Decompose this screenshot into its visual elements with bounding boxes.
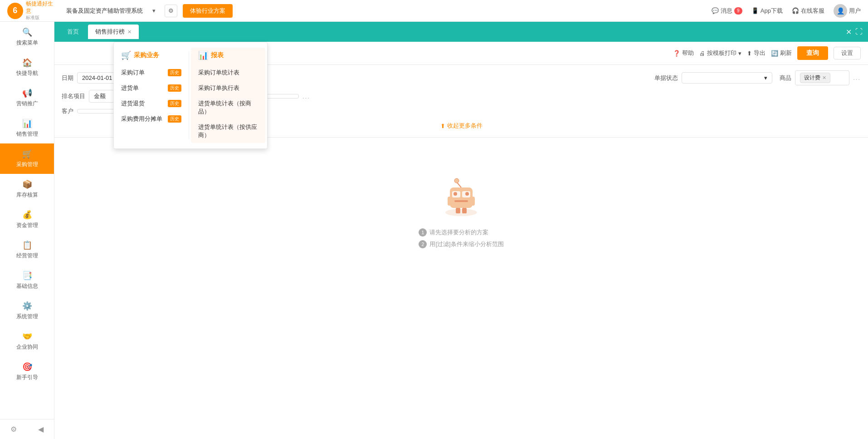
dropdown-col-right-title: 📊 报表 [195,48,262,65]
goods-tag: 设计费 ✕ [800,73,830,83]
status-label: 单据状态 [654,74,678,82]
system-title: 装备及固定资产辅助管理系统 [66,7,143,15]
menu-item-return[interactable]: 进货退货 历史 [117,96,185,111]
sidebar-item-guide[interactable]: 🎯 新手引导 [0,356,54,387]
sidebar-item-enterprise[interactable]: 🤝 企业协同 [0,326,54,356]
purchase-icon: 🛒 [22,149,32,159]
sidebar-item-marketing[interactable]: 📢 营销推广 [0,83,54,113]
sidebar-item-sales[interactable]: 📊 销售管理 [0,113,54,143]
collapse-btn[interactable]: ⬆ 收起更多条件 [440,122,483,130]
sidebar-item-purchase[interactable]: 🛒 采购管理 [0,143,54,174]
rank-label: 排名项目 [62,92,85,100]
sidebar-item-basic[interactable]: 📑 基础信息 [0,265,54,296]
tab-expand-btn[interactable]: ⛶ [855,28,863,36]
filter-status: 单据状态 ▾ [654,72,772,84]
help-icon: ❓ [673,50,680,57]
status-input[interactable]: ▾ [682,72,772,84]
svg-point-12 [454,178,459,183]
logo-icon: 6 [7,3,23,19]
date-label: 日期 [62,74,73,82]
sidebar-item-search[interactable]: 🔍 搜索菜单 [0,22,54,52]
history-tag-0: 历史 [168,69,181,76]
print-btn[interactable]: 🖨 按模板打印 ▾ [699,49,741,57]
user-btn[interactable]: 👤 用户 [834,4,861,18]
logo-sub: 标准版 [26,15,57,21]
tab-bar-actions: ✕ ⛶ [846,28,863,36]
operations-icon: 📋 [22,240,32,250]
home-icon: 🏠 [22,58,32,68]
sidebar-item-system[interactable]: ⚙️ 系统管理 [0,296,54,326]
sales-icon: 📊 [22,118,32,128]
inventory-icon: 📦 [22,179,32,189]
tip-num-1: 1 [419,228,427,237]
history-tag-2: 历史 [168,100,181,107]
sidebar-collapse-btn[interactable]: ◀ [38,425,44,434]
print-icon: 🖨 [699,50,705,57]
dropdown-divider [189,51,189,139]
sidebar-item-quick-nav[interactable]: 🏠 快捷导航 [0,52,54,83]
empty-svg [439,174,484,219]
system-dropdown-btn[interactable]: ▾ [148,5,159,16]
header-center: 装备及固定资产辅助管理系统 ▾ ⚙ 体验行业方案 [57,4,712,18]
search-icon: 🔍 [22,27,32,37]
dropdown-col-left-title: 🛒 采购业务 [117,48,185,65]
goods-label: 商品 [780,74,791,82]
empty-state: 1 请先选择要分析的方案 2 用[过滤]条件来缩小分析范围 [54,138,868,286]
marketing-icon: 📢 [22,88,32,98]
svg-rect-8 [462,208,467,213]
sidebar: 🔍 搜索菜单 🏠 快捷导航 📢 营销推广 📊 销售管理 🛒 采购管理 📦 [0,22,54,439]
filter-goods: 商品 设计费 ✕ ... [780,70,861,85]
guide-icon: 🎯 [22,362,32,372]
refresh-btn[interactable]: 🔄 刷新 [771,49,792,57]
app-download-btn[interactable]: 📱 App下载 [751,7,783,15]
menu-item-purchase-order[interactable]: 采购订单 历史 [117,65,185,80]
sidebar-item-inventory[interactable]: 📦 库存核算 [0,174,54,204]
tip-num-2: 2 [419,240,427,248]
export-icon: ⬆ [747,50,752,57]
menu-item-report-2[interactable]: 采购订单执行表 [195,80,262,96]
query-btn[interactable]: 查询 [797,46,828,60]
menu-item-report-4[interactable]: 进货单统计表（按供应商） [195,119,262,143]
tab-close-btn[interactable]: ✕ [846,28,852,36]
goods-dots[interactable]: ... [853,74,861,81]
avatar: 👤 [834,4,847,18]
empty-image [439,174,484,219]
basic-icon: 📑 [22,271,32,281]
dropdown-cols: 🛒 采购业务 采购订单 历史 进货单 历史 进货退货 [114,48,267,143]
export-btn[interactable]: ⬆ 导出 [747,49,766,57]
tab-sales-rank[interactable]: 销售排行榜 ✕ [88,25,139,39]
goods-input[interactable]: 设计费 ✕ [795,70,849,85]
help-btn[interactable]: ❓ 帮助 [673,49,694,57]
print-dropdown-icon: ▾ [738,50,741,57]
sidebar-item-operations[interactable]: 📋 经营管理 [0,235,54,265]
online-service-btn[interactable]: 🎧 在线客服 [792,7,824,15]
sidebar-settings-btn[interactable]: ⚙ [10,425,17,434]
message-btn[interactable]: 💬 消息 9 [712,7,742,15]
status-dropdown-icon: ▾ [764,74,767,81]
app-wrapper: 6 畅捷通好生意 标准版 装备及固定资产辅助管理系统 ▾ ⚙ 体验行业方案 💬 … [0,0,868,439]
menu-item-report-1[interactable]: 采购订单统计表 [195,65,262,80]
svg-rect-4 [454,200,468,202]
empty-tips: 1 请先选择要分析的方案 2 用[过滤]条件来缩小分析范围 [419,227,503,250]
tab-home[interactable]: 首页 [60,25,86,39]
enterprise-icon: 🤝 [22,331,32,341]
svg-rect-1 [450,187,473,208]
tab-close-icon[interactable]: ✕ [127,29,132,35]
set-btn[interactable]: 设置 [834,47,861,59]
svg-rect-6 [471,197,475,206]
menu-item-incoming[interactable]: 进货单 历史 [117,80,185,96]
menu-item-expense[interactable]: 采购费用分摊单 历史 [117,111,185,127]
message-icon: 💬 [712,7,719,14]
logo-text: 畅捷通好生意 [26,0,57,15]
dropdown-col-right: 📊 报表 采购订单统计表 采购订单执行表 进货单统计表（按商品） [191,48,266,143]
content-area: 首页 销售排行榜 ✕ ✕ ⛶ ❓ 帮助 [54,22,868,439]
refresh-icon: 🔄 [771,50,778,57]
goods-tag-close[interactable]: ✕ [822,75,826,81]
menu-item-report-3[interactable]: 进货单统计表（按商品） [195,96,262,119]
phone-icon: 📱 [751,7,759,14]
industry-btn[interactable]: 体验行业方案 [183,4,233,18]
settings-gear-btn[interactable]: ⚙ [165,5,177,17]
salesman-dots[interactable]: ... [302,93,310,100]
sidebar-item-finance[interactable]: 💰 资金管理 [0,204,54,235]
tab-bar: 首页 销售排行榜 ✕ ✕ ⛶ [54,22,868,42]
